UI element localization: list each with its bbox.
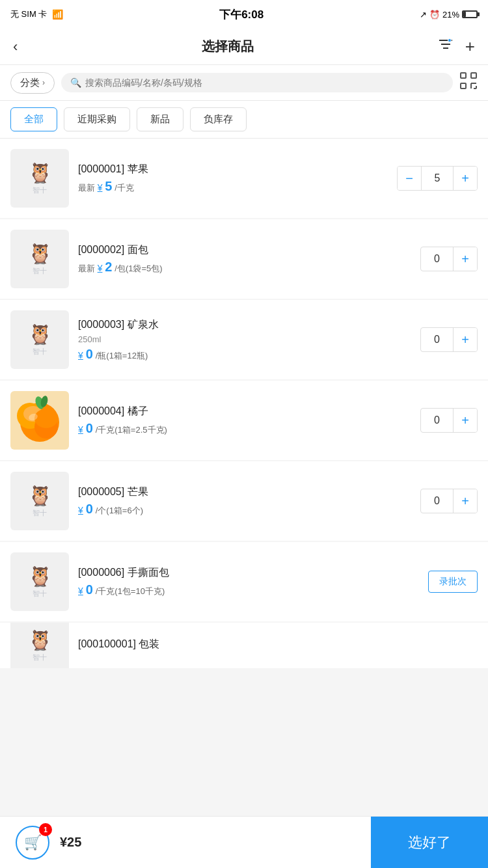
nav-actions: +: [438, 36, 475, 57]
svg-point-3: [448, 38, 451, 42]
product-price: ¥ 0 /千克(1包=10千克): [78, 582, 419, 597]
search-bar: 分类 › 🔍: [0, 65, 488, 101]
product-info: [0000005] 芒果 ¥ 0 /个(1箱=6个): [78, 485, 411, 517]
product-image: 🦉 智十: [10, 149, 69, 208]
svg-rect-6: [461, 83, 466, 88]
battery-percent: 21%: [442, 10, 459, 20]
batch-button[interactable]: 录批次: [428, 571, 478, 593]
owl-icon: 🦉: [28, 565, 52, 588]
product-name: [0000001] 苹果: [78, 163, 388, 176]
product-name: [0000006] 手撕面包: [78, 566, 419, 580]
quantity-control: 0 +: [420, 489, 478, 513]
search-input[interactable]: [85, 77, 444, 88]
product-image: 🦉 智十: [10, 310, 69, 369]
quantity-value: 0: [421, 328, 454, 351]
quantity-control: 0 +: [420, 408, 478, 433]
product-name: [0000005] 芒果: [78, 485, 411, 499]
list-item: [0000004] 橘子 ¥ 0 /千克(1箱=2.5千克) 0 +: [0, 381, 488, 460]
svg-rect-4: [461, 73, 466, 78]
search-icon: 🔍: [70, 77, 81, 88]
filter-icon[interactable]: [438, 38, 454, 56]
product-image: 🦉 智十: [10, 552, 69, 611]
product-info: [000100001] 包装: [78, 638, 478, 654]
owl-placeholder: 🦉 智十: [10, 552, 69, 611]
increase-button[interactable]: +: [454, 247, 477, 271]
cart-badge: 1: [39, 823, 52, 836]
product-price: ¥ 0 /个(1箱=6个): [78, 502, 411, 517]
owl-icon: 🦉: [28, 242, 52, 265]
tab-negative[interactable]: 负库存: [190, 107, 247, 131]
svg-rect-5: [471, 73, 476, 78]
decrease-button[interactable]: −: [398, 167, 421, 190]
list-item: 🦉 智十 [0000001] 苹果 最新 ¥ 5 /千克 − 5 +: [0, 139, 488, 218]
cart-total: ¥25: [60, 835, 81, 850]
tab-recent[interactable]: 近期采购: [64, 107, 130, 131]
list-item: 🦉 智十 [0000006] 手撕面包 ¥ 0 /千克(1包=10千克) 录批次: [0, 542, 488, 621]
product-info: [0000006] 手撕面包 ¥ 0 /千克(1包=10千克): [78, 566, 419, 597]
status-right: ↗ ⏰ 21%: [420, 10, 478, 20]
search-input-wrap: 🔍: [61, 73, 453, 92]
owl-icon: 🦉: [28, 323, 52, 346]
wifi-icon: 📶: [52, 9, 63, 20]
list-item: 🦉 智十 [0000005] 芒果 ¥ 0 /个(1箱=6个) 0 +: [0, 461, 488, 541]
carrier-label: 无 SIM 卡: [10, 8, 47, 20]
list-item: 🦉 智十 [0000003] 矿泉水 250ml ¥ 0 /瓶(1箱=12瓶) …: [0, 300, 488, 379]
svg-point-15: [34, 409, 58, 428]
cart-icon: 🛒: [24, 834, 42, 851]
quantity-value: 0: [421, 247, 454, 271]
category-button[interactable]: 分类 ›: [10, 72, 55, 94]
product-price: 最新 ¥ 5 /千克: [78, 179, 388, 194]
alarm-icon: ⏰: [429, 10, 440, 20]
owl-placeholder: 🦉 智十: [10, 472, 69, 530]
back-button[interactable]: ‹: [13, 38, 18, 55]
product-info: [0000002] 面包 最新 ¥ 2 /包(1袋=5包): [78, 243, 411, 275]
quantity-control: 0 +: [420, 247, 478, 271]
tab-new[interactable]: 新品: [137, 107, 183, 131]
tab-all[interactable]: 全部: [10, 107, 57, 131]
increase-button[interactable]: +: [454, 409, 477, 432]
nav-bar: ‹ 选择商品 +: [0, 29, 488, 65]
battery-icon: [462, 10, 478, 18]
product-price: ¥ 0 /千克(1箱=2.5千克): [78, 421, 411, 436]
quantity-value: 0: [421, 489, 454, 513]
product-name: [0000002] 面包: [78, 243, 411, 257]
owl-placeholder: 🦉 智十: [10, 149, 69, 208]
product-price: 最新 ¥ 2 /包(1袋=5包): [78, 260, 411, 275]
quantity-value: 5: [421, 167, 454, 190]
owl-icon: 🦉: [28, 629, 52, 651]
increase-button[interactable]: +: [454, 489, 477, 513]
status-left: 无 SIM 卡 📶: [10, 8, 63, 20]
owl-icon: 🦉: [28, 161, 52, 184]
confirm-button[interactable]: 选好了: [371, 817, 488, 869]
tabs: 全部 近期采购 新品 负库存: [0, 101, 488, 139]
owl-icon: 🦉: [28, 484, 52, 507]
product-spec: 250ml: [78, 334, 411, 344]
product-image: [10, 391, 69, 450]
product-price: ¥ 0 /瓶(1箱=12瓶): [78, 347, 411, 362]
quantity-control: 0 +: [420, 327, 478, 352]
list-item: 🦉 智十 [0000002] 面包 最新 ¥ 2 /包(1袋=5包) 0 +: [0, 219, 488, 299]
product-info: [0000001] 苹果 最新 ¥ 5 /千克: [78, 163, 388, 194]
location-icon: ↗: [420, 10, 427, 20]
owl-placeholder: 🦉 智十: [10, 310, 69, 369]
list-item: 🦉 智十 [000100001] 包装: [0, 623, 488, 668]
cart-area: 🛒 1 ¥25: [0, 826, 371, 860]
scan-icon[interactable]: [459, 72, 478, 94]
quantity-value: 0: [421, 409, 454, 432]
status-bar: 无 SIM 卡 📶 下午6:08 ↗ ⏰ 21%: [0, 0, 488, 29]
product-info: [0000004] 橘子 ¥ 0 /千克(1箱=2.5千克): [78, 405, 411, 436]
category-label: 分类: [20, 77, 40, 89]
product-name: [0000004] 橘子: [78, 405, 411, 418]
owl-placeholder: 🦉 智十: [10, 623, 69, 668]
cart-icon-wrap[interactable]: 🛒 1: [16, 826, 49, 860]
product-image: 🦉 智十: [10, 472, 69, 530]
page-title: 选择商品: [202, 38, 254, 55]
quantity-control: − 5 +: [397, 166, 478, 191]
add-button[interactable]: +: [465, 36, 475, 57]
product-name: [000100001] 包装: [78, 638, 478, 651]
increase-button[interactable]: +: [454, 328, 477, 351]
status-time: 下午6:08: [219, 7, 264, 22]
product-list: 🦉 智十 [0000001] 苹果 最新 ¥ 5 /千克 − 5 + 🦉 智十: [0, 139, 488, 668]
increase-button[interactable]: +: [454, 167, 477, 190]
product-thumbnail: [10, 391, 69, 450]
